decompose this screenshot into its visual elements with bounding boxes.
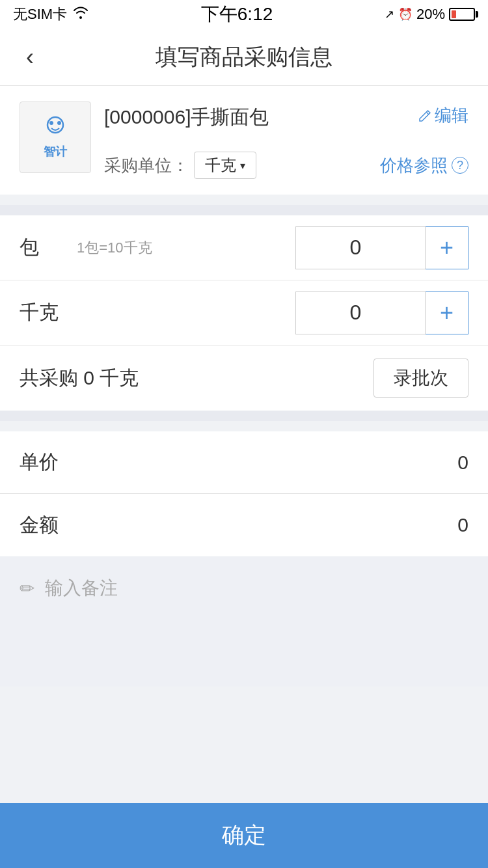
back-button[interactable]: ‹ — [20, 37, 40, 77]
batch-button[interactable]: 录批次 — [373, 359, 468, 398]
summary-row: 共采购 0 千克 录批次 — [0, 346, 488, 411]
product-card: 智计 [0000006]手撕面包 编辑 采购单位： 千克 ▾ 价格参照 — [0, 86, 488, 195]
amount-row: 金额 0 — [0, 494, 488, 556]
remark-input-row[interactable]: ✏ 输入备注 — [20, 576, 468, 601]
battery-icon — [449, 8, 475, 21]
unit-label: 采购单位： — [104, 154, 189, 177]
unit-price-value: 0 — [457, 452, 468, 474]
remark-section: ✏ 输入备注 — [0, 556, 488, 686]
kg-label: 千克 — [20, 299, 72, 326]
bag-plus-button[interactable]: + — [426, 226, 468, 269]
page-title: 填写商品采购信息 — [156, 42, 332, 72]
remark-placeholder[interactable]: 输入备注 — [45, 576, 118, 601]
product-thumbnail: 智计 — [20, 102, 91, 173]
confirm-button[interactable]: 确定 — [0, 803, 488, 868]
location-icon: ↗ — [385, 7, 394, 21]
section-divider-2 — [0, 411, 488, 421]
dropdown-icon: ▾ — [240, 159, 245, 172]
edit-button[interactable]: 编辑 — [418, 104, 468, 127]
help-icon: ? — [452, 157, 468, 174]
status-right: ↗ ⏰ 20% — [385, 6, 475, 23]
input-section: 包 1包=10千克 + 千克 + — [0, 215, 488, 346]
unit-price-row: 单价 0 — [0, 431, 488, 494]
logo-text: 智计 — [44, 144, 67, 159]
battery-percent: 20% — [416, 6, 445, 23]
bag-input[interactable] — [295, 226, 426, 269]
price-info-section: 单价 0 金额 0 — [0, 431, 488, 556]
section-divider-1 — [0, 205, 488, 215]
bag-input-row: 包 1包=10千克 + — [0, 215, 488, 280]
amount-value: 0 — [457, 514, 468, 536]
kg-input-wrapper: + — [295, 292, 468, 334]
status-bar: 无SIM卡 下午6:12 ↗ ⏰ 20% — [0, 0, 488, 29]
bag-input-wrapper: + — [295, 226, 468, 269]
pencil-icon: ✏ — [20, 578, 34, 599]
carrier-text: 无SIM卡 — [13, 5, 67, 24]
bottom-spacer — [0, 686, 488, 752]
bag-sublabel: 1包=10千克 — [77, 238, 295, 258]
summary-text: 共采购 0 千克 — [20, 365, 139, 392]
amount-label: 金额 — [20, 512, 59, 539]
svg-point-2 — [57, 121, 61, 125]
kg-plus-button[interactable]: + — [426, 292, 468, 334]
kg-input-row: 千克 + — [0, 280, 488, 346]
status-time: 下午6:12 — [201, 2, 273, 27]
nav-bar: ‹ 填写商品采购信息 — [0, 29, 488, 86]
unit-select[interactable]: 千克 ▾ — [194, 152, 256, 179]
wifi-icon — [72, 6, 89, 23]
unit-price-label: 单价 — [20, 449, 59, 476]
price-reference-button[interactable]: 价格参照 ? — [380, 154, 468, 177]
alarm-icon: ⏰ — [398, 7, 413, 21]
kg-input[interactable] — [295, 292, 426, 334]
product-info: [0000006]手撕面包 编辑 采购单位： 千克 ▾ 价格参照 ? — [104, 102, 468, 179]
bag-label: 包 — [20, 234, 72, 261]
product-name: [0000006]手撕面包 — [104, 104, 269, 131]
svg-point-1 — [49, 121, 53, 125]
status-left: 无SIM卡 — [13, 5, 89, 24]
